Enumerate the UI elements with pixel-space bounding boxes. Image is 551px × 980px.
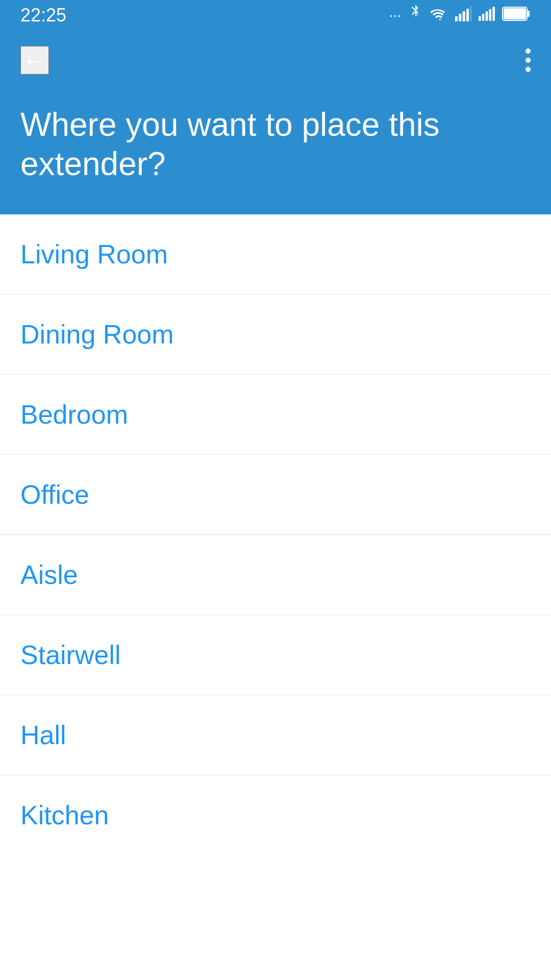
svg-rect-11 bbox=[527, 11, 530, 17]
list-item-label: Office bbox=[20, 480, 89, 509]
list-item-label: Stairwell bbox=[20, 640, 121, 670]
signal1-icon bbox=[455, 6, 471, 25]
page-title: Where you want to place this extender? bbox=[20, 105, 531, 184]
svg-rect-0 bbox=[455, 16, 458, 21]
list-item[interactable]: Office bbox=[0, 455, 551, 535]
list-item[interactable]: Hall bbox=[0, 695, 551, 775]
list-item[interactable]: Stairwell bbox=[0, 615, 551, 695]
svg-rect-9 bbox=[492, 7, 495, 20]
back-button[interactable]: ← bbox=[20, 46, 49, 75]
list-item-label: Bedroom bbox=[20, 400, 128, 429]
list-item-label: Dining Room bbox=[20, 320, 174, 349]
app-bar: ← Where you want to place this extender? bbox=[0, 31, 551, 214]
app-bar-top: ← bbox=[20, 46, 531, 75]
svg-rect-1 bbox=[459, 14, 461, 21]
list-item-label: Living Room bbox=[20, 239, 168, 269]
list-item[interactable]: Dining Room bbox=[0, 295, 551, 375]
more-button[interactable] bbox=[525, 48, 531, 72]
wifi-icon bbox=[430, 6, 448, 25]
svg-rect-7 bbox=[486, 11, 488, 20]
list-item[interactable]: Aisle bbox=[0, 535, 551, 615]
list-item-label: Aisle bbox=[20, 560, 78, 590]
svg-rect-5 bbox=[479, 16, 481, 20]
dots-icon: ··· bbox=[389, 7, 401, 23]
more-dot-1 bbox=[525, 48, 531, 54]
more-dot-2 bbox=[525, 58, 531, 63]
svg-rect-12 bbox=[504, 8, 526, 19]
list-item[interactable]: Bedroom bbox=[0, 375, 551, 455]
svg-rect-8 bbox=[489, 9, 492, 20]
signal2-icon bbox=[479, 6, 495, 25]
list-item[interactable]: Living Room bbox=[0, 214, 551, 295]
list-item-label: Hall bbox=[20, 720, 66, 750]
room-list: Living RoomDining RoomBedroomOfficeAisle… bbox=[0, 214, 551, 855]
status-bar: 22:25 ··· bbox=[0, 0, 551, 31]
status-time: 22:25 bbox=[20, 5, 66, 26]
svg-rect-2 bbox=[463, 11, 465, 21]
bluetooth-icon bbox=[408, 5, 422, 27]
more-dot-3 bbox=[525, 67, 531, 72]
battery-icon bbox=[502, 7, 531, 24]
status-icons: ··· bbox=[389, 5, 531, 27]
list-item-label: Kitchen bbox=[20, 800, 109, 830]
svg-rect-4 bbox=[470, 6, 471, 21]
svg-rect-6 bbox=[482, 14, 485, 21]
svg-rect-3 bbox=[466, 9, 469, 21]
list-item[interactable]: Kitchen bbox=[0, 775, 551, 855]
